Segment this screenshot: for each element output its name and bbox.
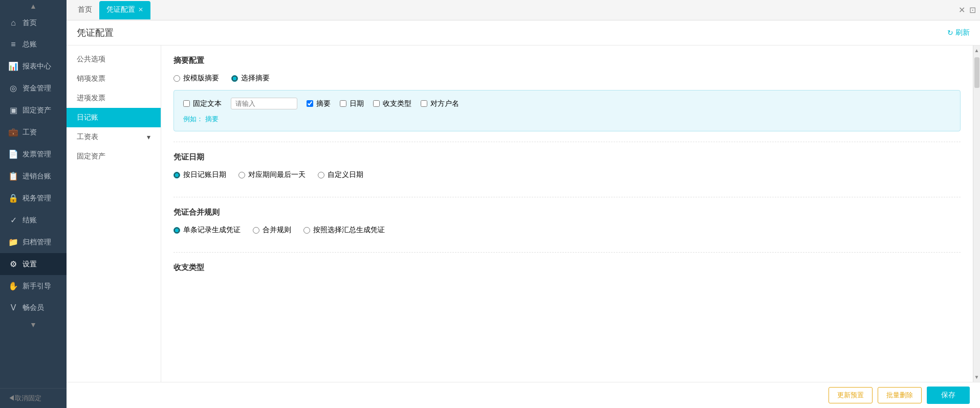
- left-nav-payroll[interactable]: 工资表 ▾: [67, 127, 161, 147]
- settings-icon: ⚙: [8, 259, 18, 269]
- scroll-rail: ▲ ▼: [973, 46, 980, 382]
- sidebar-item-ledger[interactable]: ≡ 总账: [0, 34, 67, 55]
- left-nav: 公共选项 销项发票 进项发票 日记账 工资表 ▾ 固定资产: [67, 46, 161, 382]
- sidebar-item-salary-label: 工资: [23, 128, 37, 137]
- sidebar-item-member-label: 畅会员: [23, 303, 44, 312]
- left-nav-journal[interactable]: 日记账: [67, 108, 161, 127]
- sidebar-item-reports-label: 报表中心: [23, 62, 51, 71]
- sidebar-item-home-label: 首页: [23, 18, 37, 28]
- date-checkbox[interactable]: [340, 100, 346, 107]
- home-icon: ⌂: [8, 18, 18, 28]
- sidebar-item-tax[interactable]: 🔒 税务管理: [0, 187, 67, 209]
- invoice-icon: 📄: [8, 149, 18, 159]
- checkbox-summary[interactable]: 摘要: [307, 99, 331, 108]
- fixed-text-checkbox[interactable]: [183, 100, 190, 107]
- checkbox-fixed-text[interactable]: 固定文本: [183, 99, 222, 108]
- counterpart-checkbox[interactable]: [421, 100, 427, 107]
- sidebar-item-salary[interactable]: 💼 工资: [0, 121, 67, 143]
- merge-option-select-merge[interactable]: 按照选择汇总生成凭证: [303, 225, 385, 235]
- refresh-icon: ↻: [947, 29, 953, 37]
- sidebar-scroll-up[interactable]: ▲: [0, 0, 67, 12]
- summary-section-title: 摘要配置: [173, 56, 961, 65]
- assets-icon: ▣: [8, 105, 18, 115]
- section-income-type: 收支类型: [173, 263, 961, 291]
- sidebar-item-checkout[interactable]: ✓ 结账: [0, 209, 67, 231]
- sidebar-item-checkout-label: 结账: [23, 216, 37, 225]
- date-option-journal[interactable]: 按日记账日期: [173, 170, 226, 179]
- merge-section-title: 凭证合并规则: [173, 208, 961, 217]
- page-header: 凭证配置 ↻ 刷新: [67, 20, 980, 46]
- left-nav-sales-invoice[interactable]: 销项发票: [67, 69, 161, 88]
- merge-rules-radio[interactable]: [253, 227, 259, 234]
- left-nav-public[interactable]: 公共选项: [67, 50, 161, 69]
- left-nav-fixed-assets[interactable]: 固定资产: [67, 147, 161, 166]
- sidebar-item-invoice[interactable]: 📄 发票管理: [0, 143, 67, 165]
- sidebar-item-assets-label: 固定资产: [23, 106, 51, 115]
- sidebar-item-guide[interactable]: ✋ 新手引导: [0, 275, 67, 297]
- summary-mode-select[interactable]: 选择摘要: [231, 74, 270, 83]
- custom-date-radio[interactable]: [318, 172, 324, 178]
- sidebar-item-trade[interactable]: 📋 进销台账: [0, 165, 67, 187]
- payroll-expand-icon: ▾: [147, 133, 150, 141]
- sidebar-item-funds[interactable]: ◎ 资金管理: [0, 77, 67, 99]
- sidebar-unpin-button[interactable]: ◀取消固定: [0, 388, 67, 408]
- sidebar-item-home[interactable]: ⌂ 首页: [0, 12, 67, 34]
- summary-select-label: 选择摘要: [241, 74, 270, 83]
- merge-option-single[interactable]: 单条记录生成凭证: [173, 225, 241, 235]
- reports-icon: 📊: [8, 61, 18, 71]
- section-date: 凭证日期 按日记账日期 对应期间最后一天 自定义日期: [173, 152, 961, 197]
- sidebar-item-invoice-label: 发票管理: [23, 150, 51, 159]
- summary-checkbox[interactable]: [307, 100, 313, 107]
- sidebar-item-archive-label: 归档管理: [23, 238, 51, 247]
- sidebar-item-settings-label: 设置: [23, 260, 37, 269]
- income-type-checkbox[interactable]: [373, 100, 380, 107]
- scroll-thumb[interactable]: [974, 57, 979, 88]
- checkbox-counterpart[interactable]: 对方户名: [421, 99, 459, 108]
- refresh-button[interactable]: ↻ 刷新: [947, 28, 970, 37]
- summary-mode-template[interactable]: 按模版摘要: [173, 74, 219, 83]
- sidebar-item-archive[interactable]: 📁 归档管理: [0, 231, 67, 253]
- batch-delete-button[interactable]: 批量删除: [878, 387, 922, 403]
- salary-icon: 💼: [8, 127, 18, 137]
- scroll-down-arrow[interactable]: ▼: [973, 372, 980, 382]
- scroll-up-arrow[interactable]: ▲: [973, 46, 980, 55]
- sidebar-item-funds-label: 资金管理: [23, 84, 51, 93]
- tab-home[interactable]: 首页: [71, 1, 99, 19]
- select-merge-radio[interactable]: [303, 227, 310, 234]
- date-option-custom[interactable]: 自定义日期: [318, 170, 363, 179]
- date-option-period-last[interactable]: 对应期间最后一天: [238, 170, 306, 179]
- window-close-icon[interactable]: ✕: [959, 5, 965, 15]
- refresh-label: 刷新: [955, 28, 970, 37]
- update-preset-button[interactable]: 更新预置: [829, 387, 873, 403]
- merge-option-rules[interactable]: 合并规则: [253, 225, 291, 235]
- tab-voucher-config[interactable]: 凭证配置 ✕: [99, 1, 150, 19]
- funds-icon: ◎: [8, 83, 18, 93]
- sidebar-item-guide-label: 新手引导: [23, 282, 51, 291]
- period-last-radio[interactable]: [238, 172, 245, 178]
- sidebar-item-ledger-label: 总账: [23, 40, 37, 49]
- sidebar-item-assets[interactable]: ▣ 固定资产: [0, 99, 67, 121]
- archive-icon: 📁: [8, 237, 18, 247]
- checkbox-income-type[interactable]: 收支类型: [373, 99, 411, 108]
- single-record-radio[interactable]: [173, 227, 180, 234]
- summary-select-radio[interactable]: [231, 75, 238, 82]
- tab-close-icon[interactable]: ✕: [138, 6, 143, 13]
- date-section-title: 凭证日期: [173, 152, 961, 162]
- journal-date-radio[interactable]: [173, 172, 180, 178]
- sidebar-scroll-down[interactable]: ▼: [0, 319, 67, 331]
- sidebar-item-member[interactable]: V 畅会员: [0, 297, 67, 319]
- ledger-icon: ≡: [8, 40, 18, 49]
- left-nav-purchase-invoice[interactable]: 进项发票: [67, 88, 161, 108]
- sidebar-item-reports[interactable]: 📊 报表中心: [0, 55, 67, 77]
- save-button[interactable]: 保存: [927, 387, 970, 404]
- summary-template-radio[interactable]: [173, 75, 180, 82]
- sidebar-item-trade-label: 进销台账: [23, 172, 51, 181]
- window-restore-icon[interactable]: ⊡: [969, 5, 976, 15]
- sidebar-item-settings[interactable]: ⚙ 设置: [0, 253, 67, 275]
- summary-checkbox-group: 固定文本 摘要 日期 收支类型: [183, 98, 951, 109]
- fixed-text-input[interactable]: [231, 98, 297, 109]
- page-title: 凭证配置: [77, 27, 114, 39]
- merge-options-group: 单条记录生成凭证 合并规则 按照选择汇总生成凭证: [173, 225, 961, 235]
- summary-mode-group: 按模版摘要 选择摘要: [173, 74, 961, 83]
- checkbox-date[interactable]: 日期: [340, 99, 364, 108]
